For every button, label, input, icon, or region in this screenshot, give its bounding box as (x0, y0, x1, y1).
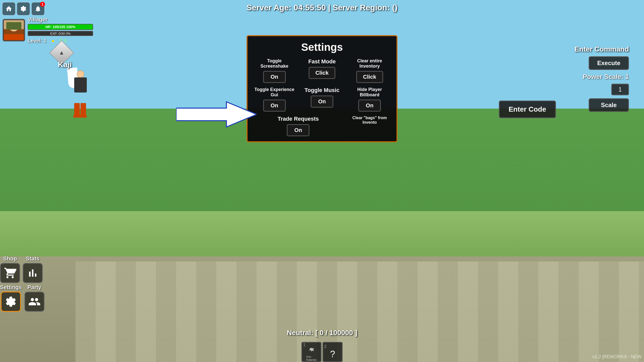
settings-label: Settings (0, 284, 22, 291)
settings-exp-gui: Toggle Experience Gui On (253, 87, 296, 112)
trade-btn[interactable]: On (287, 124, 309, 136)
version-text: v1.2 [REWORKS - NEW (592, 354, 641, 359)
party-icon-btn[interactable] (24, 292, 45, 312)
billboard-btn[interactable]: On (358, 100, 381, 112)
settings-top-icon-btn[interactable] (17, 3, 30, 15)
exp-bar-container: EXP: 0/30 0% (28, 31, 93, 36)
scale-btn[interactable]: Scale (589, 98, 629, 112)
bottom-left-nav: Shop Stats Settings Party (0, 255, 45, 312)
enter-command-title: Enter Command (575, 45, 629, 53)
nav-shop: Shop (0, 255, 20, 283)
settings-screenshake: Toggle Screenshake On (253, 58, 296, 83)
trade-label: Trade Requests (277, 116, 319, 122)
level-text: Level: 1 (28, 38, 46, 44)
scale-input[interactable] (611, 84, 629, 95)
nav-row-2: Settings Party (0, 284, 45, 312)
clear-inventory-btn[interactable]: Click (356, 71, 383, 83)
game-character (70, 70, 91, 116)
player-row: Villager HP: 105/105 100% EXP: 0/30 0% L… (3, 16, 93, 44)
fast-mode-btn[interactable]: Click (309, 67, 336, 79)
nav-settings: Settings (0, 284, 22, 312)
notification-icon-btn[interactable]: 1 (32, 3, 44, 15)
settings-icon-btn[interactable] (1, 292, 21, 312)
enter-code-btn[interactable]: Enter Code (499, 101, 556, 118)
exp-gui-btn[interactable]: On (263, 100, 286, 112)
compass-container: ▲ (53, 44, 70, 62)
execute-btn[interactable]: Execute (589, 56, 629, 70)
nav-party: Party (24, 284, 45, 312)
top-hud: Server Age: 04:55:50 | Server Region: () (0, 0, 644, 15)
exp-gui-label: Toggle Experience Gui (253, 87, 296, 98)
left-hud: 1 Villager HP: 105/105 100% EXP: 0/30 0%… (3, 3, 93, 44)
settings-grid: Toggle Screenshake On Fast Mode Click Cl… (253, 58, 391, 136)
fast-mode-label: Fast Mode (308, 58, 336, 65)
clear-inventory-label: Clear entire Inventory (348, 58, 391, 69)
slot-number-1: 1 (303, 343, 305, 347)
player-nametag: Kaji (58, 60, 72, 69)
power-scale-label: Power Scale: 1 (583, 73, 629, 81)
music-btn[interactable]: On (311, 96, 333, 108)
party-label: Party (27, 284, 41, 291)
screenshake-btn[interactable]: On (263, 71, 286, 83)
pavement (75, 261, 644, 362)
slot-question-mark: ? (330, 349, 335, 359)
menu-icons-top: 1 (3, 3, 93, 15)
settings-title: Settings (253, 41, 391, 53)
settings-clear-bags: Clear "bags" from Invento (348, 116, 391, 136)
bottom-inventory: 1 IronKatanas 2 ? (301, 342, 343, 362)
slot-number-2: 2 (324, 344, 327, 349)
slot-label-1: IronKatanas (306, 355, 316, 361)
player-stats: Villager HP: 105/105 100% EXP: 0/30 0% L… (28, 16, 93, 44)
currency: ● (51, 38, 54, 44)
settings-trade: Trade Requests On (253, 116, 344, 136)
shop-icon-btn[interactable] (0, 263, 20, 283)
compass-arrow: ▲ (59, 50, 64, 56)
power-scale-row: Power Scale: 1 (583, 73, 629, 81)
clear-bags-label: Clear "bags" from Invento (348, 116, 391, 125)
nav-row: Shop Stats (0, 255, 45, 283)
exp-text: EXP: 0/30 0% (28, 31, 93, 35)
hp-text: HP: 105/105 100% (28, 24, 93, 29)
settings-clear-inventory: Clear entire Inventory Click (348, 58, 391, 83)
server-info: Server Age: 04:55:50 | Server Region: () (247, 3, 397, 12)
shop-label: Shop (3, 255, 17, 262)
settings-music: Toggle Music On (300, 87, 344, 112)
stats-icon-btn[interactable] (23, 263, 43, 283)
stats-label: Stats (26, 255, 39, 262)
neutral-bar: Neutral: [ 0 / 100000 ] (287, 329, 357, 337)
billboard-label: Hide Player Billboard (348, 87, 391, 98)
right-hud: Enter Command Execute Power Scale: 1 Sca… (575, 45, 629, 112)
player-avatar (3, 19, 25, 41)
music-label: Toggle Music (305, 87, 340, 94)
inv-slot-2[interactable]: 2 ? (323, 342, 343, 362)
settings-panel: Settings Toggle Screenshake On Fast Mode… (247, 35, 397, 142)
hp-bar-container: HP: 105/105 100% (28, 24, 93, 30)
settings-fast-mode: Fast Mode Click (300, 58, 344, 83)
inv-slot-1[interactable]: 1 IronKatanas (301, 342, 321, 362)
nav-stats: Stats (23, 255, 43, 283)
notification-badge: 1 (40, 2, 45, 7)
screenshake-label: Toggle Screenshake (253, 58, 296, 69)
player-class: Villager (28, 16, 93, 23)
home-icon-btn[interactable] (3, 3, 15, 15)
settings-billboard: Hide Player Billboard On (348, 87, 391, 112)
